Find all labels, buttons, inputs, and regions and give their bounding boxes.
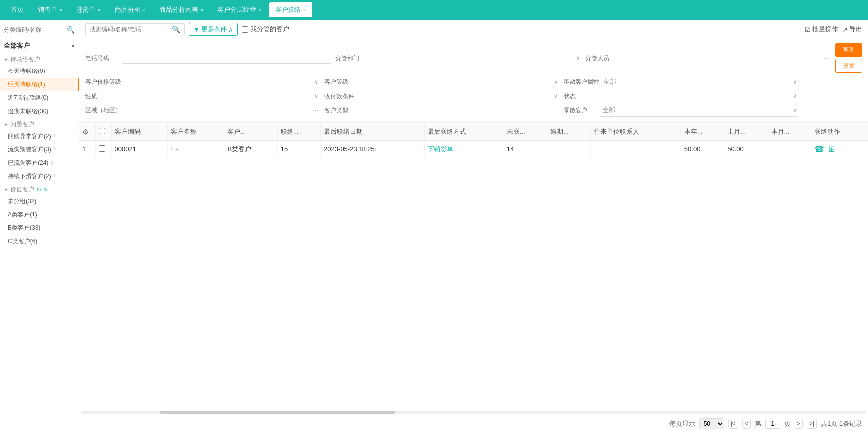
sidebar-item-c-class[interactable]: C类客户(6) [0, 235, 79, 248]
manager-select[interactable]: ··· [622, 53, 831, 64]
query-button[interactable]: 查询 [835, 43, 862, 57]
filter-row-3: 性质 ∨ 收付款条件 ∨ 状态 ∨ [85, 91, 862, 101]
sidebar-item-declining[interactable]: 持续下滑客户(2) ? [0, 170, 79, 183]
nav-customer-contact[interactable]: 客户联络 × [269, 2, 312, 17]
next-page-button[interactable]: > [795, 419, 803, 429]
close-icon[interactable]: × [200, 7, 203, 13]
prev-page-button[interactable]: < [742, 419, 751, 429]
row-checkbox[interactable] [99, 145, 105, 152]
my-customers-checkbox-label[interactable]: 我分管的客户 [242, 25, 289, 34]
filter-retail-customer: 零散客户 全部 ∨ [564, 104, 798, 117]
more-icon[interactable]: ··· [823, 54, 829, 62]
page-input[interactable] [765, 419, 780, 429]
th-code: 客户编码 [111, 123, 168, 141]
filter-area: 电话号码 分管部门 ∨ 分管人员 ··· 查询 设置 [79, 39, 868, 121]
filter-icon: ▼ [193, 26, 200, 33]
search-icon: 🔍 [67, 26, 75, 34]
search-icon[interactable]: 🔍 [172, 25, 180, 33]
sidebar-item-7days[interactable]: 近7天待联络(0) [0, 91, 79, 105]
sidebar-item-today[interactable]: 今天待联络(0) [0, 65, 79, 78]
nav-product-analysis-list[interactable]: 商品分析列表 × [153, 2, 209, 17]
scrollbar-track [81, 411, 866, 414]
th-last-date: 最后联络日期 [321, 123, 425, 141]
more-filters-button[interactable]: ▼ 更多条件 ∧ [189, 23, 238, 36]
td-code: 000021 [111, 141, 168, 158]
horizontal-scrollbar[interactable] [79, 409, 868, 415]
my-customers-checkbox[interactable] [242, 26, 248, 33]
sidebar-item-overdue[interactable]: 逾期未联络(30) [0, 105, 79, 118]
sidebar-search: 🔍 [0, 24, 79, 36]
region-select[interactable]: ··· [123, 105, 320, 116]
last-page-button[interactable]: >| [807, 419, 817, 429]
contact-action-icon[interactable]: ☎ [814, 144, 824, 154]
nav-purchase[interactable]: 进货单 × [70, 2, 106, 17]
nav-home[interactable]: 首页 [5, 2, 30, 17]
close-icon[interactable]: × [59, 7, 62, 13]
filter-actions: 查询 设置 [835, 43, 862, 73]
nav-sales[interactable]: 销售单 × [32, 2, 68, 17]
settings-button[interactable]: 设置 [835, 59, 862, 73]
th-settings: ⚙ [79, 123, 95, 141]
search-input[interactable] [90, 26, 172, 33]
all-customers-header[interactable]: 全部客户 « [0, 38, 79, 53]
sidebar-item-abnormal[interactable]: 回购异常客户(2) ? [0, 130, 79, 143]
payment-select[interactable]: ∨ [361, 91, 559, 101]
sidebar-item-churned[interactable]: 已流失客户(24) ? [0, 156, 79, 170]
th-contact-count: 联络... [277, 123, 320, 141]
batch-op-button[interactable]: ☑ 批量操作 [805, 25, 838, 34]
gear-icon[interactable]: ⚙ [82, 128, 89, 136]
filter-nature: 性质 ∨ [85, 91, 320, 101]
row-actions: ☎ ⊞ [814, 144, 865, 154]
table-container: ⚙ 客户编码 客户名称 客户... [79, 123, 868, 409]
close-icon[interactable]: × [97, 7, 100, 13]
first-page-button[interactable]: |< [728, 419, 738, 429]
td-actions: ☎ ⊞ [811, 141, 868, 158]
batch-icon: ☑ [805, 26, 811, 33]
sidebar-search-input[interactable] [4, 26, 67, 33]
sidebar-item-ungrouped[interactable]: 未分组(32) [0, 195, 79, 208]
th-unit-contact: 往来单位联系人 [590, 123, 681, 141]
sidebar-item-b-class[interactable]: B类客户(33) [0, 221, 79, 235]
nav-customer-layered[interactable]: 客户分层经营 × [212, 2, 267, 17]
export-icon: ↗ [842, 26, 848, 33]
page-size-select[interactable]: 50 100 200 [699, 418, 724, 429]
phone-input[interactable] [122, 53, 331, 64]
sidebar-group-problem: 问题客户 [0, 118, 79, 130]
select-all-checkbox[interactable] [99, 128, 105, 134]
th-uncontacted: 未联... [504, 123, 547, 141]
chevron-down-icon: ∨ [576, 55, 579, 61]
toolbar-right: ☑ 批量操作 ↗ 导出 [805, 25, 862, 34]
sidebar-item-churn-warning[interactable]: 流失预警客户(3) ? [0, 143, 79, 156]
retail-customer-select[interactable]: 全部 ∨ [600, 104, 798, 117]
th-checkbox [95, 123, 111, 141]
scrollbar-thumb[interactable] [160, 411, 395, 414]
table-row: 1 000021 Ea B类客户 15 2023-05-23 18:25: 下销… [79, 141, 868, 158]
customer-type-select[interactable] [361, 109, 559, 112]
customer-level-select[interactable]: ∨ [361, 77, 559, 87]
td-index: 1 [79, 141, 95, 158]
chevron-down-icon: ∨ [554, 93, 558, 99]
export-button[interactable]: ↗ 导出 [842, 25, 862, 34]
nav-product-analysis[interactable]: 商品分析 × [109, 2, 151, 17]
more-icon[interactable]: ··· [313, 106, 319, 114]
filter-customer-type: 客户类型 [324, 106, 559, 115]
retail-attr-select[interactable]: 全部 ∨ [601, 76, 798, 88]
td-unit-contact [590, 141, 681, 158]
sidebar-item-tomorrow[interactable]: 明天待联络(1) [0, 78, 79, 91]
close-icon[interactable]: × [303, 7, 306, 13]
close-icon[interactable]: × [143, 7, 145, 13]
filter-region: 区域（地区） ··· [85, 105, 320, 116]
sidebar-item-a-class[interactable]: A类客户(1) [0, 208, 79, 221]
th-actions: 联络动作 [811, 123, 868, 141]
status-select[interactable]: ∨ [600, 91, 798, 101]
last-method-link[interactable]: 下销货单 [428, 145, 453, 153]
dept-select[interactable]: ∨ [372, 53, 581, 63]
td-last-month: 50.00 [724, 141, 768, 158]
nature-select[interactable]: ∨ [122, 91, 320, 101]
close-icon[interactable]: × [258, 7, 261, 13]
chevron-down-icon: ∨ [314, 79, 318, 85]
sidebar-group-pending: 待联络客户 [0, 53, 79, 65]
price-level-select[interactable]: ∨ [123, 77, 320, 87]
more-action-icon[interactable]: ⊞ [828, 144, 835, 154]
td-checkbox [95, 141, 111, 158]
